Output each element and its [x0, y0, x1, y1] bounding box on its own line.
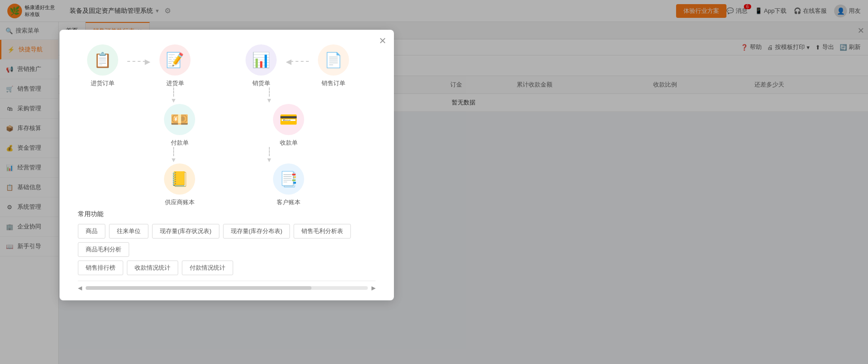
scroll-left-arrow[interactable]: ◀ [78, 285, 82, 291]
customer-label: 客户账本 [277, 198, 300, 206]
fn-btn-8[interactable]: 付款情况统计 [182, 261, 233, 275]
function-buttons-row2: 销售排行榜 收款情况统计 付款情况统计 [78, 261, 376, 275]
flow-node-supplier: 📒 供应商账本 [164, 163, 195, 206]
flow-node-sales-bill: 📊 销货单 [246, 44, 277, 87]
sales-order-label: 销售订单 [322, 79, 345, 87]
purchase-bill-label: 进货单 [166, 79, 184, 87]
fn-btn-7[interactable]: 收款情况统计 [127, 261, 178, 275]
receipt-label: 收款单 [280, 139, 298, 147]
fn-btn-0[interactable]: 商品 [78, 224, 105, 239]
arrow-1: ▶ [127, 57, 150, 66]
flow-node-payment: 💴 付款单 [164, 104, 195, 147]
flow-node-purchase-bill: 📝 进货单 [159, 44, 191, 87]
flow-row-1: 📋 进货订单 ▶ 📝 进货单 📊 销货单 [78, 44, 376, 87]
purchase-bill-circle: 📝 [159, 44, 191, 76]
fn-btn-3[interactable]: 现存量(库存分布表) [223, 224, 290, 239]
overlay: ✕ 📋 进货订单 ▶ 📝 进货单 [0, 0, 868, 364]
scroll-area: ◀ ▶ [78, 281, 376, 291]
flow-diagram: 📋 进货订单 ▶ 📝 进货单 📊 销货单 [78, 44, 376, 206]
fn-btn-6[interactable]: 销售排行榜 [78, 261, 123, 275]
fn-btn-4[interactable]: 销售毛利分析表 [294, 224, 351, 239]
function-buttons: 商品 往来单位 现存量(库存状况表) 现存量(库存分布表) 销售毛利分析表 商品… [78, 224, 376, 257]
sales-order-circle: 📄 [318, 44, 349, 76]
popup-close-button[interactable]: ✕ [379, 35, 387, 46]
customer-circle: 📑 [273, 163, 304, 195]
fn-btn-1[interactable]: 往来单位 [109, 224, 148, 239]
payment-label: 付款单 [171, 139, 189, 147]
sales-bill-circle: 📊 [246, 44, 277, 76]
flow-node-purchase-order: 📋 进货订单 [87, 44, 118, 87]
receipt-circle: 💳 [273, 104, 304, 135]
arrow-2: ◀ [286, 57, 309, 66]
scroll-thumb [86, 286, 311, 290]
arrows-row-2: ▼ ▼ [78, 147, 376, 163]
flow-row-3: 📒 供应商账本 📑 客户账本 [78, 163, 376, 206]
flow-node-receipt: 💳 收款单 [273, 104, 304, 147]
sales-bill-label: 销货单 [252, 79, 270, 87]
purchase-order-label: 进货订单 [91, 79, 115, 87]
common-functions-title: 常用功能 [78, 210, 376, 218]
arrow-down-payment: ▼ [170, 147, 177, 163]
arrow-down-sales-bill: ▼ [266, 87, 273, 104]
payment-circle: 💴 [164, 104, 195, 135]
arrow-down-purchase-bill: ▼ [170, 87, 177, 104]
purchase-order-circle: 📋 [87, 44, 118, 76]
popup-panel: ✕ 📋 进货订单 ▶ 📝 进货单 [60, 30, 394, 300]
fn-btn-2[interactable]: 现存量(库存状况表) [152, 224, 219, 239]
common-functions: 常用功能 商品 往来单位 现存量(库存状况表) 现存量(库存分布表) 销售毛利分… [78, 210, 376, 275]
supplier-label: 供应商账本 [165, 198, 195, 206]
flow-node-sales-order: 📄 销售订单 [318, 44, 349, 87]
arrows-row: ▼ ▼ [78, 87, 376, 104]
flow-row-2: 💴 付款单 💳 收款单 [78, 104, 376, 147]
scroll-track[interactable] [86, 286, 368, 290]
scroll-right-arrow[interactable]: ▶ [371, 285, 376, 291]
arrow-down-receipt: ▼ [266, 147, 273, 163]
flow-node-customer: 📑 客户账本 [273, 163, 304, 206]
supplier-circle: 📒 [164, 163, 195, 195]
fn-btn-5[interactable]: 商品毛利分析 [78, 242, 129, 257]
